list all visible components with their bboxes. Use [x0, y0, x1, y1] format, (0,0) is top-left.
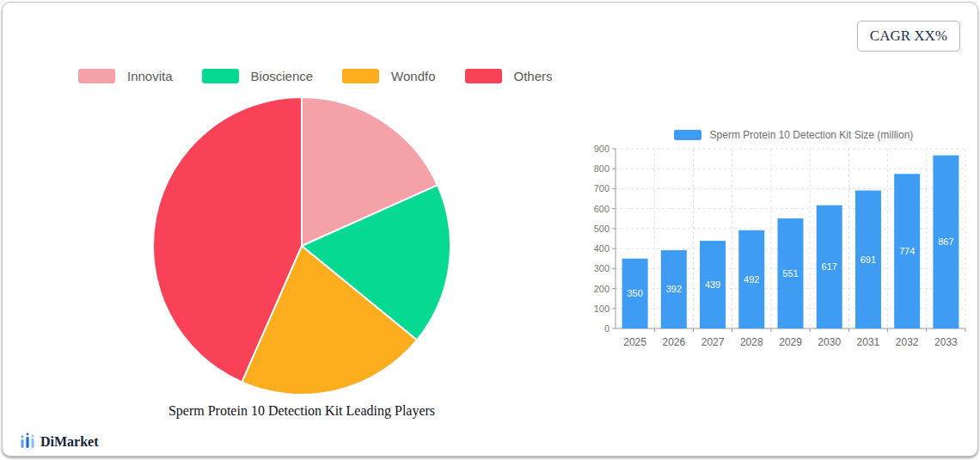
pie-chart — [152, 96, 451, 396]
bar-value-label: 691 — [861, 255, 876, 265]
bar-chart-logo-icon — [20, 432, 36, 450]
bar-value-label: 392 — [666, 284, 682, 294]
x-category-label: 2030 — [818, 336, 841, 348]
y-tick-label: 0 — [604, 323, 609, 334]
pie-legend: InnovitaBioscienceWondfoOthers — [78, 69, 553, 83]
bar-value-label: 867 — [938, 236, 953, 247]
legend-swatch — [78, 69, 115, 83]
pie-chart-title: Sperm Protein 10 Detection Kit Leading P… — [113, 403, 491, 419]
y-tick-label: 900 — [594, 144, 609, 154]
y-tick-label: 200 — [594, 284, 609, 294]
x-category-label: 2032 — [896, 336, 919, 348]
x-category-label: 2026 — [662, 336, 685, 348]
y-tick-label: 100 — [594, 304, 609, 314]
bar-value-label: 551 — [782, 268, 798, 279]
bar-chart: 0100200300400500600700800900350202539220… — [586, 143, 978, 358]
brand-logo: DiMarket — [20, 432, 99, 450]
bar-value-label: 617 — [822, 261, 837, 272]
cagr-label: CAGR XX% — [870, 28, 947, 44]
legend-label: Innovita — [127, 69, 173, 83]
x-category-label: 2025 — [623, 336, 646, 348]
bar-value-label: 774 — [899, 246, 915, 256]
y-tick-label: 500 — [594, 224, 609, 234]
report-card: CAGR XX% InnovitaBioscienceWondfoOthers … — [2, 2, 978, 457]
x-category-label: 2029 — [779, 336, 802, 348]
x-category-label: 2033 — [934, 336, 958, 348]
legend-swatch — [342, 69, 379, 83]
y-tick-label: 400 — [594, 243, 609, 254]
legend-item-bioscience[interactable]: Bioscience — [202, 69, 314, 83]
x-category-label: 2031 — [857, 336, 880, 348]
bar-legend-label: Sperm Protein 10 Detection Kit Size (mil… — [710, 129, 914, 141]
brand-name: DiMarket — [40, 434, 99, 450]
legend-item-others[interactable]: Others — [465, 69, 553, 83]
cagr-badge: CAGR XX% — [857, 21, 960, 52]
legend-label: Bioscience — [251, 69, 314, 83]
y-tick-label: 600 — [594, 204, 609, 214]
bar-legend: Sperm Protein 10 Detection Kit Size (mil… — [604, 129, 978, 141]
legend-item-wondfo[interactable]: Wondfo — [342, 69, 435, 83]
x-category-label: 2027 — [701, 336, 725, 348]
legend-item-innovita[interactable]: Innovita — [78, 69, 173, 83]
y-tick-label: 700 — [594, 183, 609, 193]
legend-swatch — [202, 69, 239, 83]
legend-label: Others — [514, 69, 553, 83]
y-tick-label: 300 — [594, 263, 609, 273]
x-category-label: 2028 — [740, 336, 763, 348]
legend-swatch — [465, 69, 502, 83]
y-tick-label: 800 — [594, 163, 609, 174]
bar-value-label: 439 — [705, 279, 720, 290]
bar-value-label: 492 — [744, 274, 759, 285]
bar-legend-swatch[interactable] — [674, 130, 701, 140]
bar-value-label: 350 — [627, 288, 642, 298]
legend-label: Wondfo — [391, 69, 435, 83]
